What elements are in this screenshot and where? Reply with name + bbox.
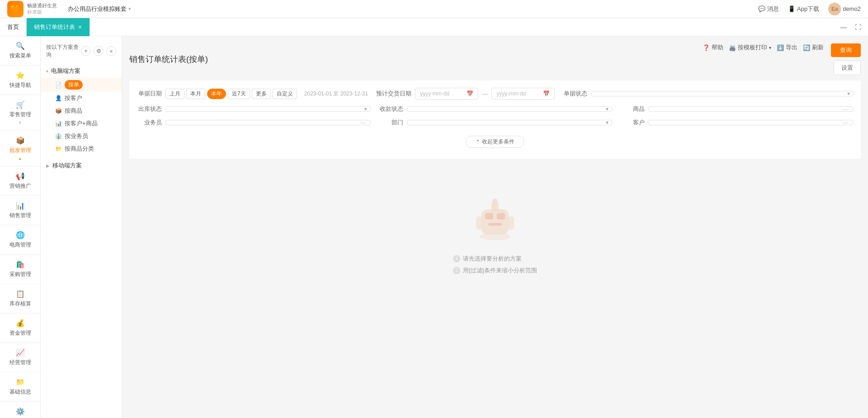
goods-label: 商品 — [619, 105, 645, 113]
salesman-select[interactable] — [165, 120, 371, 125]
empty-illustration — [468, 191, 522, 246]
tree-child-by-salesman[interactable]: 👔 按业务员 — [41, 130, 122, 142]
collapse-more-btn[interactable]: ⌃ 收起更多条件 — [466, 136, 524, 148]
last-month-btn[interactable]: 上月 — [165, 89, 184, 99]
filter-panel: 单据日期 上月 本月 本年 近7天 更多 自定义 2023-01-01 至 20… — [129, 81, 861, 159]
app-download-btn[interactable]: 📱 App下载 — [788, 5, 819, 13]
query-btn-col: 查询 设置 — [831, 43, 861, 75]
tree-child-by-category[interactable]: 📁 按商品分类 — [41, 142, 122, 155]
sidebar-item-ecommerce[interactable]: 🌐 电商管理 — [0, 225, 40, 255]
salesman-more-icon[interactable]: ··· — [358, 119, 367, 126]
category-icon: 📁 — [55, 146, 62, 152]
doc-status-select[interactable] — [591, 91, 854, 96]
purchase-icon: 🛍️ — [16, 260, 25, 269]
message-btn[interactable]: 💬 消息 — [758, 5, 779, 13]
payment-status-select[interactable] — [407, 106, 612, 112]
pc-scheme-parent[interactable]: ▾ 电脑端方案 — [41, 64, 122, 78]
tab-bar: 首页 销售订单统计表 ✕ — ⛶ — [0, 18, 868, 36]
mobile-scheme-parent[interactable]: ▶ 移动端方案 — [41, 159, 122, 172]
last-7days-btn[interactable]: 近7天 — [228, 89, 250, 99]
sidebar-item-basic-info[interactable]: 📁 基础信息 — [0, 372, 40, 402]
expected-date-start[interactable]: yyyy-mm-dd 📅 — [415, 88, 478, 100]
setting-button[interactable]: 设置 — [834, 61, 861, 75]
more-date-btn[interactable]: 更多 — [252, 89, 271, 99]
svg-rect-7 — [476, 216, 482, 230]
collapse-panel-btn[interactable]: « — [106, 46, 116, 56]
payment-status-label: 收款状态 — [378, 105, 403, 113]
dept-select[interactable] — [407, 120, 612, 125]
svg-rect-4 — [488, 223, 502, 226]
this-month-btn[interactable]: 本月 — [186, 89, 205, 99]
date-buttons: 上月 本月 本年 近7天 更多 自定义 — [165, 89, 297, 99]
this-year-btn[interactable]: 本年 — [207, 89, 226, 99]
tab-bar-actions: — ⛶ — [837, 21, 868, 33]
customer-icon: 👤 — [55, 95, 62, 101]
pc-tree-section: ▾ 电脑端方案 📄 按单 👤 按客户 📦 按商品 📊 按客户+商品 — [41, 62, 122, 157]
custom-date-btn[interactable]: 自定义 — [273, 89, 297, 99]
tree-child-by-goods[interactable]: 📦 按商品 — [41, 104, 122, 117]
tree-child-by-order[interactable]: 📄 按单 — [41, 78, 122, 92]
goods-select[interactable] — [648, 106, 854, 112]
sidebar-item-marketing[interactable]: 📢 营销推广 — [0, 166, 40, 196]
page-title-bar: 销售订单统计表(按单) ❓ 帮助 🖨️ 按模板打印 ▾ ⬇️ — [129, 43, 861, 75]
customer-goods-icon: 📊 — [55, 120, 62, 127]
tab-minimize-btn[interactable]: — — [837, 21, 850, 33]
dept-label: 部门 — [378, 119, 403, 127]
user-avatar-btn[interactable]: Ea demo2 — [828, 3, 861, 15]
order-icon: 📄 — [55, 82, 62, 88]
template-print-btn[interactable]: 🖨️ 按模板打印 ▾ — [729, 43, 771, 52]
refresh-icon: 🔄 — [803, 44, 810, 51]
sidebar-item-inventory[interactable]: 📋 库存核算 — [0, 284, 40, 314]
operations-icon: 📈 — [16, 348, 25, 357]
chevron-up-icon: ▴ — [19, 156, 21, 161]
filter-row-2: 出库状态 ▾ 收款状态 ▾ 商品 — [137, 105, 854, 113]
tab-maximize-btn[interactable]: ⛶ — [852, 21, 864, 33]
expected-date-end[interactable]: yyyy-mm-dd 📅 — [491, 88, 555, 100]
query-button[interactable]: 查询 — [831, 43, 861, 57]
sidebar-item-retail[interactable]: 🛒 零售管理 ▾ — [0, 95, 40, 131]
right-main: 销售订单统计表(按单) ❓ 帮助 🖨️ 按模板打印 ▾ ⬇️ — [122, 36, 868, 418]
content-area: 按以下方案查询 + ⚙ « ▾ 电脑端方案 — [41, 36, 868, 418]
message-icon: 💬 — [758, 5, 765, 12]
sidebar-item-wholesale[interactable]: 📦 批发管理 ▴ — [0, 131, 40, 166]
date-separator: — — [482, 90, 488, 97]
hint-item-2: 2 用[过滤]条件来缩小分析范围 — [453, 265, 537, 276]
customer-more-icon[interactable]: ··· — [841, 119, 850, 126]
settings-scheme-btn[interactable]: ⚙ — [94, 46, 104, 56]
page-actions: ❓ 帮助 🖨️ 按模板打印 ▾ ⬇️ 导出 � — [703, 43, 824, 52]
sidebar-item-search[interactable]: 🔍 搜索菜单 — [0, 36, 40, 66]
filter-row-1: 单据日期 上月 本月 本年 近7天 更多 自定义 2023-01-01 至 20… — [137, 88, 854, 100]
tree-child-by-customer-goods[interactable]: 📊 按客户+商品 — [41, 117, 122, 130]
out-status-select[interactable] — [165, 106, 371, 112]
svg-rect-1 — [481, 209, 509, 234]
add-scheme-btn[interactable]: + — [81, 46, 91, 56]
help-btn[interactable]: ❓ 帮助 — [703, 43, 723, 52]
chevron-down-icon: ▾ — [606, 106, 609, 112]
export-btn[interactable]: ⬇️ 导出 — [777, 43, 797, 52]
tab-sales-order[interactable]: 销售订单统计表 ✕ — [27, 18, 90, 36]
tab-home[interactable]: 首页 — [0, 18, 27, 36]
customer-select[interactable] — [648, 120, 854, 125]
goods-more-icon[interactable]: ··· — [841, 105, 850, 113]
date-range-text: 2023-01-01 至 2023-12-31 — [304, 90, 368, 98]
sidebar-item-quick-nav[interactable]: ⭐ 快捷导航 — [0, 66, 40, 95]
hint-num-1: 1 — [453, 255, 460, 262]
hint-num-2: 2 — [453, 267, 460, 274]
mobile-tree-section: ▶ 移动端方案 — [41, 157, 122, 174]
tab-close-icon[interactable]: ✕ — [78, 24, 82, 30]
inventory-icon: 📋 — [16, 290, 25, 298]
salesman-icon: 👔 — [55, 133, 62, 139]
tree-child-by-customer[interactable]: 👤 按客户 — [41, 92, 122, 104]
brand-logo: 🧡 — [7, 1, 24, 17]
app-selector[interactable]: 办公用品行业模拟账套 ▾ — [68, 5, 131, 13]
sidebar-item-finance[interactable]: 💰 资金管理 — [0, 314, 40, 343]
calendar-icon: 📅 — [543, 90, 550, 97]
sidebar-item-purchase[interactable]: 🛍️ 采购管理 — [0, 255, 40, 284]
system-icon: ⚙️ — [16, 407, 25, 416]
sidebar-item-system[interactable]: ⚙️ 系统管理 — [0, 402, 40, 418]
svg-point-6 — [492, 199, 498, 204]
tree-arrow-icon: ▾ — [46, 69, 48, 74]
sidebar-item-sales[interactable]: 📊 销售管理 — [0, 196, 40, 225]
refresh-btn[interactable]: 🔄 刷新 — [803, 43, 824, 52]
sidebar-item-operations[interactable]: 📈 经营管理 — [0, 343, 40, 372]
